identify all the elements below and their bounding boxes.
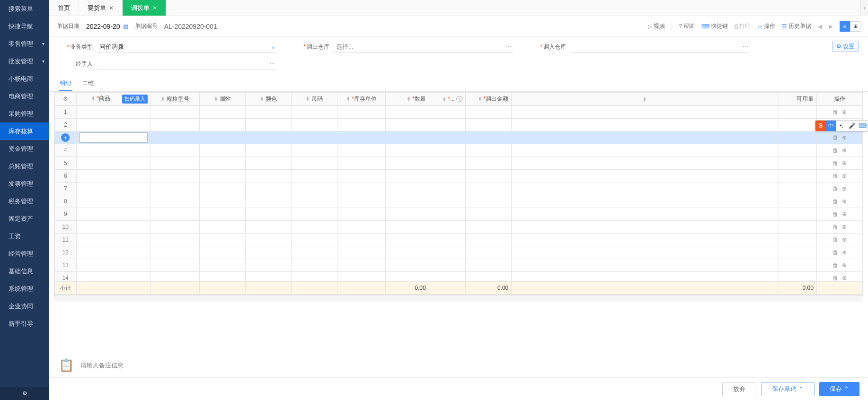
tab[interactable]: 首页	[49, 0, 79, 16]
sidebar-item[interactable]: 基础信息	[0, 262, 49, 280]
add-row-icon[interactable]: ⊕	[842, 275, 847, 281]
add-row-icon[interactable]: ⊕	[842, 236, 847, 243]
ime-punct-icon[interactable]: •,	[836, 121, 847, 131]
sidebar-item[interactable]: 新手引导	[0, 315, 49, 332]
sidebar-item[interactable]: 工资	[0, 227, 49, 245]
table-row[interactable]: 7🗑⊕	[55, 183, 863, 195]
table-row[interactable]: 11🗑⊕	[55, 234, 863, 246]
sidebar-item[interactable]: 固定资产	[0, 210, 49, 227]
delete-row-icon[interactable]: 🗑	[833, 160, 838, 166]
calendar-icon[interactable]: ▦	[123, 23, 128, 30]
ime-toolbar[interactable]: S 中 •, 🎤 ⌨	[815, 120, 868, 131]
print-link[interactable]: ⎙打印	[735, 22, 751, 30]
table-row[interactable]: +🗑⊕	[55, 131, 863, 144]
view-grid-button[interactable]: ⊞	[850, 21, 860, 32]
view-list-button[interactable]: ≡	[840, 21, 850, 32]
delete-row-icon[interactable]: 🗑	[833, 173, 838, 179]
help-link[interactable]: ?帮助	[679, 22, 695, 30]
delete-row-icon[interactable]: 🗑	[833, 224, 838, 230]
more-icon[interactable]: ⋯	[269, 61, 275, 67]
add-row-icon[interactable]: ⊕	[842, 134, 847, 141]
tab[interactable]: 调拨单✕	[123, 0, 166, 16]
biz-type-input[interactable]	[97, 41, 276, 53]
sidebar-item[interactable]: 总账管理	[0, 157, 49, 175]
sidebar-item[interactable]: 采购管理	[0, 105, 49, 122]
sidebar-item[interactable]: 快捷导航	[0, 17, 49, 35]
tab-matrix[interactable]: 二维	[81, 77, 95, 91]
sidebar-item[interactable]: 零售管理▾	[0, 35, 49, 52]
add-row-icon[interactable]: ⊕	[842, 262, 847, 269]
save-button[interactable]: 保存⌃	[819, 382, 859, 396]
operate-link[interactable]: ⚏操作	[757, 22, 775, 30]
doc-date-value[interactable]: 2022-09-20	[86, 23, 120, 30]
table-row[interactable]: 5🗑⊕	[55, 157, 863, 170]
table-row[interactable]: 12🗑⊕	[55, 246, 863, 259]
tab-detail[interactable]: 明细	[59, 77, 72, 91]
video-link[interactable]: ▷视频	[648, 22, 665, 30]
handler-field[interactable]: 经手人 ⋯	[59, 58, 276, 70]
settings-button[interactable]: ⚙设置	[832, 41, 859, 52]
sidebar-item[interactable]: 发票管理	[0, 175, 49, 192]
ime-keyboard-icon[interactable]: ⌨	[857, 121, 868, 131]
sidebar-item[interactable]: 系统管理	[0, 280, 49, 297]
delete-row-icon[interactable]: 🗑	[833, 275, 838, 281]
add-row-icon[interactable]: ⊕	[842, 249, 847, 256]
delete-row-icon[interactable]: 🗑	[833, 147, 838, 154]
table-row[interactable]: 13🗑⊕	[55, 259, 863, 272]
sidebar-item[interactable]: 批发管理▾	[0, 52, 49, 70]
out-warehouse-field[interactable]: *调出仓库 ⋯	[295, 41, 513, 53]
delete-row-icon[interactable]: 🗑	[833, 109, 838, 115]
product-cell-input[interactable]	[80, 132, 148, 143]
table-row[interactable]: 1🗑⊕	[55, 106, 863, 119]
nav-next-icon[interactable]: ▶	[829, 23, 833, 30]
in-warehouse-field[interactable]: *调入仓库 ⋯	[532, 41, 750, 53]
delete-row-icon[interactable]: 🗑	[833, 185, 838, 192]
note-input[interactable]	[80, 359, 859, 372]
delete-row-icon[interactable]: 🗑	[833, 134, 838, 141]
gear-icon[interactable]: ⚙	[63, 96, 68, 102]
delete-row-icon[interactable]: 🗑	[833, 249, 838, 256]
horizontal-scrollbar[interactable]	[54, 295, 863, 302]
add-row-icon[interactable]: ⊕	[842, 160, 847, 166]
add-row-icon[interactable]: ⊕	[842, 147, 847, 154]
sidebar-item[interactable]: 搜索菜单	[0, 0, 49, 17]
table-row[interactable]: 8🗑⊕	[55, 195, 863, 208]
add-row-icon[interactable]: ⊕	[842, 224, 847, 230]
sidebar-item[interactable]: 库存核算	[0, 122, 49, 140]
add-row-button[interactable]: +	[61, 133, 70, 142]
table-row[interactable]: 6🗑⊕	[55, 170, 863, 183]
tab[interactable]: 要货单✕	[79, 0, 123, 16]
ime-lang[interactable]: 中	[826, 121, 836, 131]
table-row[interactable]: 4🗑⊕	[55, 144, 863, 157]
scan-button[interactable]: 扫码录入	[122, 95, 148, 104]
handler-input[interactable]	[97, 58, 276, 70]
save-draft-button[interactable]: 保存草稿⌃	[761, 382, 815, 396]
close-icon[interactable]: ✕	[109, 5, 114, 11]
more-icon[interactable]: ⋯	[743, 43, 749, 50]
add-row-icon[interactable]: ⊕	[842, 109, 847, 115]
history-link[interactable]: ☰历史单据	[782, 22, 811, 30]
nav-prev-icon[interactable]: ◀	[818, 23, 822, 30]
table-row[interactable]: 9🗑⊕	[55, 208, 863, 221]
add-row-icon[interactable]: ⊕	[842, 211, 847, 217]
more-icon[interactable]: ⋯	[506, 43, 512, 50]
sidebar-item[interactable]: 资金管理	[0, 140, 49, 157]
out-warehouse-input[interactable]	[334, 41, 513, 53]
table-row[interactable]: 10🗑⊕	[55, 221, 863, 234]
ime-mic-icon[interactable]: 🎤	[847, 121, 857, 131]
sidebar-item[interactable]: 小畅电商	[0, 70, 49, 87]
add-row-icon[interactable]: ⊕	[842, 198, 847, 205]
delete-row-icon[interactable]: 🗑	[833, 262, 838, 269]
delete-row-icon[interactable]: 🗑	[833, 236, 838, 243]
info-icon[interactable]: ?	[456, 96, 462, 102]
biz-type-field[interactable]: *业务类型 ⌄	[59, 41, 276, 53]
sidebar-item[interactable]: 经营管理	[0, 245, 49, 262]
sidebar-item[interactable]: 电商管理	[0, 87, 49, 105]
in-warehouse-input[interactable]	[571, 41, 750, 53]
add-row-icon[interactable]: ⊕	[842, 185, 847, 192]
chevron-down-icon[interactable]: ⌄	[271, 43, 275, 50]
discard-button[interactable]: 放弃	[722, 382, 756, 396]
add-row-icon[interactable]: ⊕	[842, 173, 847, 179]
close-icon[interactable]: ✕	[152, 5, 157, 11]
delete-row-icon[interactable]: 🗑	[833, 211, 838, 217]
